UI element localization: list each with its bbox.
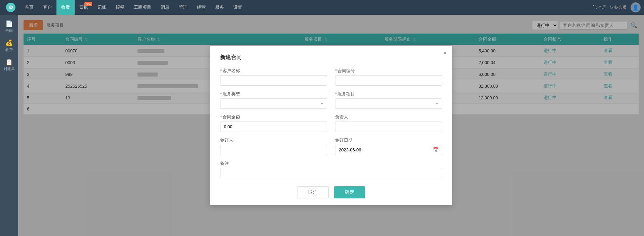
nav-item-tax[interactable]: 报税 xyxy=(111,0,129,15)
sign-date-label: 签订日期 xyxy=(335,137,442,143)
modal-overlay: 新建合同 × * 客户名称 * 合同 xyxy=(18,15,644,236)
nav-item-invoice[interactable]: 票据 new xyxy=(75,0,93,15)
form-row-contract-amount: * 合同金额 xyxy=(220,114,327,132)
form-row-sign-date: 签订日期 📅 xyxy=(335,137,442,155)
service-type-label: * 服务类型 xyxy=(220,91,327,97)
nav-right: ⛶ 全屏 ▷ 畅会员 👤 xyxy=(593,2,641,12)
fullscreen-icon: ⛶ xyxy=(593,5,597,10)
app-logo: ⚙ xyxy=(3,0,18,15)
main-layout: 📄 合同 💰 收费 📋 对账单 新增 服务项目 进行中 已结束 全部 xyxy=(0,15,644,236)
customer-name-label: * 客户名称 xyxy=(220,68,327,74)
avatar-icon: 👤 xyxy=(632,4,639,11)
form-row-service-item: * 服务项目 xyxy=(335,91,442,109)
remark-input[interactable] xyxy=(220,168,442,178)
nav-item-settings[interactable]: 设置 xyxy=(229,0,247,15)
form-row-remark: 备注 xyxy=(220,160,442,178)
contract-no-input[interactable] xyxy=(335,75,442,86)
nav-item-customer[interactable]: 客户 xyxy=(38,0,56,15)
contract-no-label: * 合同编号 xyxy=(335,68,442,74)
form-row-service-type: * 服务类型 xyxy=(220,91,327,109)
remark-label: 备注 xyxy=(220,160,442,167)
form-grid: * 客户名称 * 合同编号 xyxy=(220,68,442,178)
avatar[interactable]: 👤 xyxy=(631,2,641,12)
form-row-contract-no: * 合同编号 xyxy=(335,68,442,86)
sidebar-item-billing[interactable]: 💰 收费 xyxy=(0,37,18,55)
contract-amount-label: * 合同金额 xyxy=(220,114,327,120)
nav-item-operations[interactable]: 经营 xyxy=(192,0,210,15)
signer-label: 签订人 xyxy=(220,137,327,143)
responsible-person-input[interactable] xyxy=(335,122,442,132)
service-item-label: * 服务项目 xyxy=(335,91,442,97)
sign-date-wrapper: 📅 xyxy=(335,145,442,155)
customer-name-input[interactable] xyxy=(220,75,327,86)
cancel-button[interactable]: 取消 xyxy=(297,186,329,198)
nav-item-manage[interactable]: 管理 xyxy=(174,0,192,15)
nav-item-billing[interactable]: 收费 xyxy=(56,0,75,15)
nav-item-bookkeeping[interactable]: 记账 xyxy=(93,0,111,15)
form-row-responsible-person: 负责人 xyxy=(335,114,442,132)
fullscreen-button[interactable]: ⛶ 全屏 xyxy=(593,5,606,10)
sidebar-item-contract[interactable]: 📄 合同 xyxy=(0,18,18,36)
confirm-button[interactable]: 确定 xyxy=(334,186,365,198)
nav-item-home[interactable]: 首页 xyxy=(20,0,38,15)
modal-close-button[interactable]: × xyxy=(443,50,447,56)
service-item-select-wrapper xyxy=(335,98,442,109)
modal-title: 新建合同 xyxy=(220,54,442,61)
content-area: 新增 服务项目 进行中 已结束 全部 🔍 序号 合同编号 xyxy=(18,15,644,236)
nav-item-business[interactable]: 工商项目 xyxy=(129,0,156,15)
form-row-signer: 签订人 xyxy=(220,137,327,155)
statement-icon: 📋 xyxy=(5,59,13,65)
contract-amount-input[interactable] xyxy=(220,122,327,132)
top-navigation: ⚙ 首页 客户 收费 票据 new 记账 报税 工商项目 消息 管理 经营 服务… xyxy=(0,0,644,15)
service-item-select[interactable] xyxy=(335,98,442,109)
sidebar-item-statement[interactable]: 📋 对账单 xyxy=(0,56,18,74)
form-row-customer-name: * 客户名称 xyxy=(220,68,327,86)
nav-item-service[interactable]: 服务 xyxy=(210,0,229,15)
sign-date-input[interactable] xyxy=(335,145,442,155)
service-type-select[interactable] xyxy=(220,98,327,109)
play-icon: ▷ xyxy=(610,5,613,10)
nav-item-message[interactable]: 消息 xyxy=(156,0,174,15)
signer-input[interactable] xyxy=(220,145,327,155)
new-contract-modal: 新建合同 × * 客户名称 * 合同 xyxy=(210,46,452,205)
responsible-person-label: 负责人 xyxy=(335,114,442,120)
member-button[interactable]: ▷ 畅会员 xyxy=(610,5,627,10)
billing-icon: 💰 xyxy=(5,40,13,46)
service-type-select-wrapper xyxy=(220,98,327,109)
sidebar: 📄 合同 💰 收费 📋 对账单 xyxy=(0,15,18,236)
new-badge: new xyxy=(84,2,92,6)
contract-icon: 📄 xyxy=(5,21,13,27)
logo-icon: ⚙ xyxy=(6,3,15,12)
modal-footer: 取消 确定 xyxy=(220,186,442,198)
